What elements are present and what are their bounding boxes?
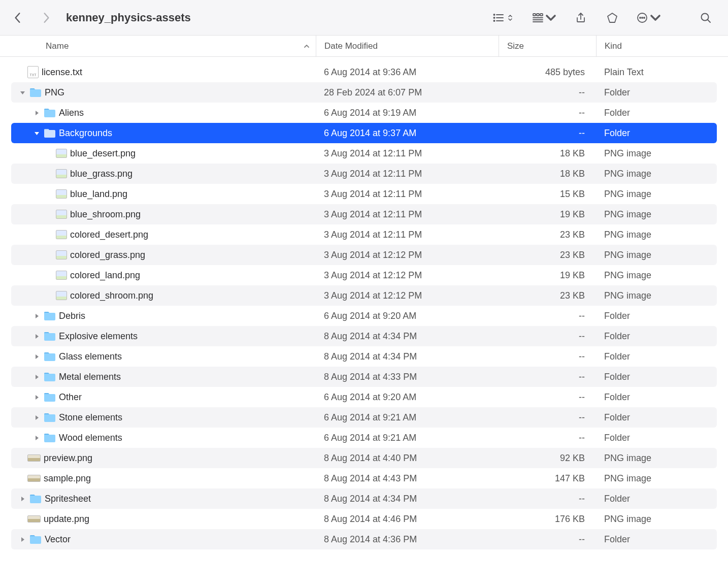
disclosure-triangle[interactable] xyxy=(32,352,41,361)
file-name: colored_desert.png xyxy=(70,230,148,240)
file-row[interactable]: Debris6 Aug 2014 at 9:20 AM--Folder xyxy=(11,306,717,326)
file-size: -- xyxy=(499,87,596,98)
file-row[interactable]: sample.png8 Aug 2014 at 4:43 PM147 KBPNG… xyxy=(11,468,717,488)
file-name: blue_shroom.png xyxy=(70,209,141,220)
folder-icon xyxy=(44,391,56,403)
file-date: 8 Aug 2014 at 4:33 PM xyxy=(316,372,499,382)
disclosure-triangle[interactable] xyxy=(18,535,26,543)
toolbar: kenney_physics-assets xyxy=(0,0,728,36)
file-row[interactable]: blue_land.png3 Aug 2014 at 12:11 PM15 KB… xyxy=(11,184,717,204)
updown-icon xyxy=(508,14,513,21)
file-date: 6 Aug 2014 at 9:21 AM xyxy=(316,412,499,423)
file-row[interactable]: colored_grass.png3 Aug 2014 at 12:12 PM2… xyxy=(11,245,717,265)
file-date: 8 Aug 2014 at 4:36 PM xyxy=(316,534,499,545)
folder-icon xyxy=(44,107,56,119)
column-name[interactable]: Name xyxy=(0,41,316,51)
file-kind: Folder xyxy=(596,87,717,98)
file-row[interactable]: preview.png8 Aug 2014 at 4:40 PM92 KBPNG… xyxy=(11,448,717,468)
file-row[interactable]: Vector8 Aug 2014 at 4:36 PM--Folder xyxy=(11,529,717,549)
file-size: 23 KB xyxy=(499,290,596,301)
file-row[interactable]: Spritesheet8 Aug 2014 at 4:34 PM--Folder xyxy=(11,488,717,509)
file-row[interactable]: colored_land.png3 Aug 2014 at 12:12 PM19… xyxy=(11,265,717,285)
tags-button[interactable] xyxy=(602,8,622,28)
file-size: 147 KB xyxy=(499,473,596,484)
file-date: 3 Aug 2014 at 12:11 PM xyxy=(316,148,499,159)
column-headers: Name Date Modified Size Kind xyxy=(0,36,728,57)
image-file-icon xyxy=(27,454,41,462)
view-list-button[interactable] xyxy=(487,8,518,28)
file-row[interactable]: colored_desert.png3 Aug 2014 at 12:11 PM… xyxy=(11,224,717,245)
disclosure-triangle[interactable] xyxy=(32,434,41,442)
file-row[interactable]: PNG28 Feb 2024 at 6:07 PM--Folder xyxy=(11,82,717,103)
action-menu-button[interactable] xyxy=(634,8,664,28)
file-name: Wood elements xyxy=(59,433,122,443)
disclosure-triangle[interactable] xyxy=(32,393,41,401)
search-button[interactable] xyxy=(696,8,716,28)
file-row[interactable]: blue_desert.png3 Aug 2014 at 12:11 PM18 … xyxy=(11,143,717,164)
folder-icon xyxy=(29,493,42,505)
svg-marker-23 xyxy=(36,354,39,359)
file-size: -- xyxy=(499,534,596,545)
disclosure-triangle[interactable] xyxy=(32,332,41,340)
sort-indicator-icon xyxy=(304,42,310,50)
file-name: update.png xyxy=(44,514,89,525)
forward-button[interactable] xyxy=(41,12,52,23)
file-size: 92 KB xyxy=(499,453,596,464)
file-row[interactable]: Aliens6 Aug 2014 at 9:19 AM--Folder xyxy=(11,103,717,123)
file-kind: PNG image xyxy=(596,250,717,260)
file-size: 23 KB xyxy=(499,230,596,240)
svg-marker-22 xyxy=(36,334,39,339)
file-kind: PNG image xyxy=(596,148,717,159)
disclosure-triangle[interactable] xyxy=(18,88,26,96)
file-date: 6 Aug 2014 at 9:19 AM xyxy=(316,108,499,118)
column-date[interactable]: Date Modified xyxy=(316,36,499,56)
file-kind: Folder xyxy=(596,534,717,545)
disclosure-triangle[interactable] xyxy=(32,109,41,117)
file-row[interactable]: Backgrounds6 Aug 2014 at 9:37 AM--Folder xyxy=(11,123,717,143)
folder-icon xyxy=(29,86,42,99)
file-size: -- xyxy=(499,331,596,342)
file-name: colored_shroom.png xyxy=(70,290,153,301)
file-size: 18 KB xyxy=(499,148,596,159)
svg-marker-25 xyxy=(36,395,39,400)
file-row[interactable]: colored_shroom.png3 Aug 2014 at 12:12 PM… xyxy=(11,285,717,306)
file-kind: Folder xyxy=(596,351,717,362)
file-name: Debris xyxy=(59,311,85,321)
disclosure-triangle[interactable] xyxy=(32,413,41,421)
file-name: Metal elements xyxy=(59,372,121,382)
file-row[interactable]: blue_grass.png3 Aug 2014 at 12:11 PM18 K… xyxy=(11,164,717,184)
disclosure-triangle[interactable] xyxy=(18,495,26,503)
file-name: Glass elements xyxy=(59,351,122,362)
file-size: 19 KB xyxy=(499,209,596,220)
column-kind[interactable]: Kind xyxy=(596,36,728,56)
disclosure-triangle[interactable] xyxy=(32,373,41,381)
file-row[interactable]: Stone elements6 Aug 2014 at 9:21 AM--Fol… xyxy=(11,407,717,428)
file-kind: Folder xyxy=(596,412,717,423)
file-row[interactable]: Glass elements8 Aug 2014 at 4:34 PM--Fol… xyxy=(11,346,717,367)
folder-icon xyxy=(44,310,56,322)
image-file-icon xyxy=(56,291,67,300)
file-row[interactable]: Wood elements6 Aug 2014 at 9:21 AM--Fold… xyxy=(11,428,717,448)
file-name: sample.png xyxy=(44,473,91,484)
file-row[interactable]: blue_shroom.png3 Aug 2014 at 12:11 PM19 … xyxy=(11,204,717,224)
image-file-icon xyxy=(56,169,67,178)
back-button[interactable] xyxy=(12,12,23,23)
svg-point-4 xyxy=(494,17,495,18)
svg-marker-20 xyxy=(35,132,39,135)
column-size[interactable]: Size xyxy=(499,36,596,56)
share-button[interactable] xyxy=(571,8,591,28)
file-row[interactable]: Explosive elements8 Aug 2014 at 4:34 PM-… xyxy=(11,326,717,346)
file-row[interactable]: update.png8 Aug 2014 at 4:46 PM176 KBPNG… xyxy=(11,509,717,529)
file-list: TXTlicense.txt6 Aug 2014 at 9:36 AM485 b… xyxy=(0,57,728,549)
disclosure-triangle[interactable] xyxy=(32,312,41,320)
file-name: Spritesheet xyxy=(45,494,91,504)
disclosure-triangle[interactable] xyxy=(32,129,41,137)
svg-point-13 xyxy=(640,17,641,18)
file-row[interactable]: Other6 Aug 2014 at 9:20 AM--Folder xyxy=(11,387,717,407)
file-row[interactable]: Metal elements8 Aug 2014 at 4:33 PM--Fol… xyxy=(11,367,717,387)
group-button[interactable] xyxy=(529,8,559,28)
file-row[interactable]: TXTlicense.txt6 Aug 2014 at 9:36 AM485 b… xyxy=(11,62,717,82)
file-kind: Plain Text xyxy=(596,67,717,78)
svg-marker-26 xyxy=(36,415,39,420)
file-name: Other xyxy=(59,392,82,403)
